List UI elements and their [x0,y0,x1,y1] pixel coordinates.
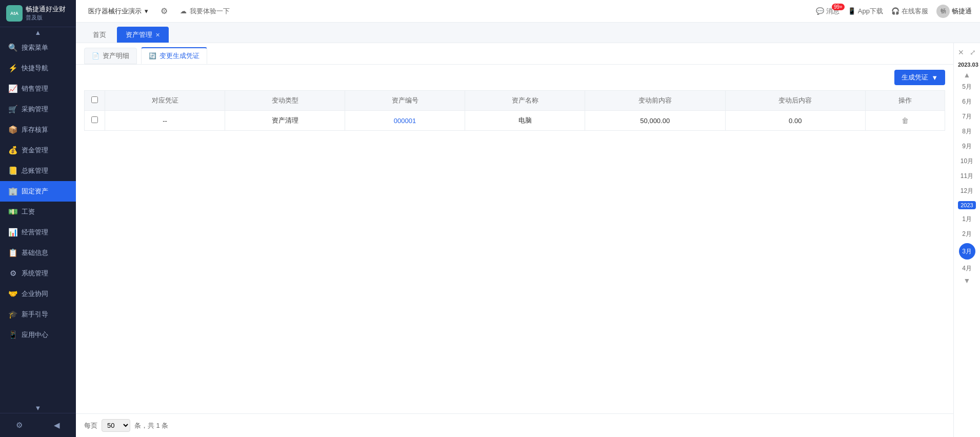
sidebar-item-label-search: 搜索菜单 [22,43,48,52]
sidebar-item-operations[interactable]: 📊 经营管理 [0,222,76,243]
th-checkbox [85,91,105,111]
asset-detail-icon: 📄 [92,52,99,59]
panel-month-2[interactable]: 2月 [954,227,980,241]
finance-icon: 💰 [8,146,17,155]
tab-home-label: 首页 [93,30,106,39]
tab-asset-mgmt[interactable]: 资产管理 ✕ [117,27,169,43]
panel-month-6[interactable]: 6月 [954,95,980,109]
panel-month-11[interactable]: 11月 [954,169,980,183]
sidebar-item-label-cooperation: 企业协同 [22,289,48,299]
delete-button[interactable]: 🗑 [902,116,909,125]
row-asset-name: 电脑 [465,111,585,131]
select-all-checkbox[interactable] [91,96,98,103]
panel-close-button[interactable]: ✕ [958,48,964,56]
user-menu[interactable]: 畅 畅捷通 [936,5,972,18]
panel-month-1[interactable]: 1月 [954,212,980,226]
sidebar-item-search[interactable]: 🔍 搜索菜单 [0,37,76,58]
company-selector[interactable]: 医疗器械行业演示 ▾ [84,5,152,18]
online-service-label: 在线客服 [902,7,928,16]
messages-badge: 99+ [832,4,845,10]
experience-button[interactable]: ☁ 我要体验一下 [176,5,234,18]
sidebar-item-label-ledger: 总账管理 [22,166,48,175]
panel-nav-down[interactable]: ▼ [954,276,980,285]
sidebar-item-label-quick-nav: 快捷导航 [22,64,48,73]
panel-month-9[interactable]: 9月 [954,140,980,153]
tab-home[interactable]: 首页 [84,27,115,43]
panel-header-row: ✕ ⤢ [954,46,980,58]
panel-month-12[interactable]: 12月 [954,184,980,198]
sidebar-item-purchase[interactable]: 🛒 采购管理 [0,99,76,120]
panel-nav-up[interactable]: ▲ [954,71,980,79]
settings-button[interactable]: ⚙ [11,418,28,433]
sidebar-scroll-up[interactable]: ▲ [0,27,76,37]
current-year-badge[interactable]: 2023 [958,201,975,209]
messages-button[interactable]: 💬 消息 99+ [816,7,839,16]
online-service-button[interactable]: 🎧 在线客服 [891,7,928,16]
sidebar-item-guide[interactable]: 🎓 新手引导 [0,304,76,325]
cloud-icon: ☁ [180,7,187,15]
search-icon: 🔍 [8,43,17,52]
sidebar-item-cooperation[interactable]: 🤝 企业协同 [0,284,76,304]
sidebar-item-label-sales: 销售管理 [22,84,48,93]
download-icon: 📱 [848,7,856,15]
sidebar-item-label-fixed-assets: 固定资产 [22,187,48,196]
sidebar-item-payroll[interactable]: 💵 工资 [0,202,76,222]
row-checkbox[interactable] [91,116,98,123]
per-page-select[interactable]: 50 10 20 100 [102,419,130,432]
sidebar-item-app-center[interactable]: 📱 应用中心 [0,325,76,345]
generate-dropdown-icon: ▼ [931,74,938,82]
panel-month-4[interactable]: 4月 [954,262,980,275]
guide-icon: 🎓 [8,310,17,319]
sub-tab-change-voucher[interactable]: 🔄 变更生成凭证 [141,47,207,64]
sidebar-item-label-operations: 经营管理 [22,228,48,237]
sidebar-item-finance[interactable]: 💰 资金管理 [0,140,76,161]
payroll-icon: 💵 [8,207,17,216]
generate-voucher-button[interactable]: 生成凭证 ▼ [894,70,945,85]
sidebar-item-label-system: 系统管理 [22,269,48,278]
panel-expand-button[interactable]: ⤢ [970,48,976,56]
sidebar-item-sales[interactable]: 📈 销售管理 [0,78,76,99]
collapse-button[interactable]: ◀ [49,418,65,433]
sub-tab-change-voucher-label: 变更生成凭证 [159,51,199,61]
sidebar-logo: AtA 畅捷通好业财 普及版 [0,0,76,27]
sidebar-scroll-down[interactable]: ▼ [0,403,76,413]
logo-abbr: AtA [10,11,18,16]
sidebar-item-label-purchase: 采购管理 [22,105,48,114]
sidebar-item-fixed-assets[interactable]: 🏢 固定资产 [0,181,76,202]
sidebar-item-basic-info[interactable]: 📋 基础信息 [0,243,76,263]
panel-month-5[interactable]: 5月 [954,80,980,94]
logo-icon: AtA [6,5,23,22]
sub-tab-asset-detail-label: 资产明细 [103,51,129,61]
panel-year-label: 2023.03 [954,59,980,70]
sidebar-item-label-basic-info: 基础信息 [22,248,48,257]
sidebar-item-inventory[interactable]: 📦 库存核算 [0,120,76,140]
sidebar-bottom: ⚙ ◀ [0,413,76,437]
row-before-change: 50,000.00 [585,111,726,131]
panel-month-7[interactable]: 7月 [954,110,980,124]
app-download-button[interactable]: 📱 App下载 [848,7,883,16]
sidebar-item-ledger[interactable]: 📒 总账管理 [0,161,76,181]
username-label: 畅捷通 [952,7,972,16]
header-gear-button[interactable]: ⚙ [158,4,170,18]
th-change-type: 变动类型 [225,91,345,111]
ledger-icon: 📒 [8,166,17,175]
message-icon: 💬 [816,7,824,15]
sidebar-item-label-app-center: 应用中心 [22,330,48,340]
panel-month-10[interactable]: 10月 [954,154,980,168]
purchase-icon: 🛒 [8,105,17,114]
panel-month-8[interactable]: 8月 [954,125,980,138]
app-download-label: App下载 [858,7,883,16]
sidebar-item-system[interactable]: ⚙ 系统管理 [0,263,76,284]
tab-asset-mgmt-close[interactable]: ✕ [155,32,160,38]
sub-tab-asset-detail[interactable]: 📄 资产明细 [84,48,137,64]
fixed-assets-icon: 🏢 [8,187,17,196]
tabs-bar: 首页 资产管理 ✕ [76,23,980,43]
row-asset-code: 000001 [345,111,465,131]
row-after-change: 0.00 [725,111,866,131]
th-asset-code: 资产编号 [345,91,465,111]
company-dropdown-icon: ▾ [145,7,148,15]
per-page-label: 每页 [84,421,97,430]
sidebar-item-label-inventory: 库存核算 [22,125,48,134]
panel-month-3-active[interactable]: 3月 [959,243,975,260]
sidebar-item-quick-nav[interactable]: ⚡ 快捷导航 [0,58,76,78]
